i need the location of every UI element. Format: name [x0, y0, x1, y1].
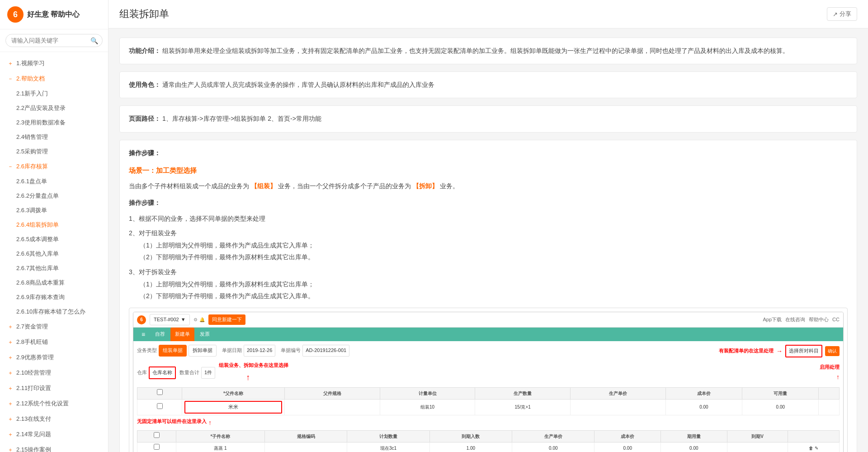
col-child-in-qty: 到期入数 [429, 431, 512, 442]
sidebar-item-cases[interactable]: ＋ 2.15操作案例 [0, 442, 108, 452]
sidebar-item-sales[interactable]: 2.4销售管理 [0, 130, 108, 144]
qty-input[interactable]: 1件 [201, 367, 215, 379]
sidebar-item-ops[interactable]: ＋ 2.10经营管理 [0, 365, 108, 381]
steps-label: 操作步骤： [129, 197, 848, 209]
col-child-v: 到期V [727, 431, 788, 442]
sidebar-item-purchase[interactable]: 2.5采购管理 [0, 144, 108, 159]
col-child-check [137, 431, 176, 442]
sidebar-item-inventory[interactable]: － 2.6库存核算 [0, 159, 108, 174]
plus-icon-8: ＋ [7, 431, 14, 438]
sidebar-item-coupon[interactable]: ＋ 2.9优惠券管理 [0, 350, 108, 365]
col-child-spec: 规格编码 [265, 431, 347, 442]
sidebar-item-261[interactable]: 2.6.1盘点单 [0, 174, 108, 189]
share-button[interactable]: ↗ 分享 [827, 7, 857, 21]
screen-logo: 6 [137, 315, 146, 324]
annotation5-area: 无固定清单可以组件在这里录入 ↑ [137, 417, 840, 428]
step3-sub2: （2）下部明细为子件明细，最终作为产成品生成其它入库单。 [129, 290, 848, 302]
sidebar-item-268[interactable]: 2.6.8商品成本重算 [0, 276, 108, 290]
annotated-input-1[interactable]: 选择所对科目 [785, 345, 822, 357]
sidebar-item-267[interactable]: 2.6.7其他出库单 [0, 261, 108, 276]
ops-title: 操作步骤： [129, 147, 848, 159]
annotation1-area: 有装配清单的在这里处理 → 选择所对科目 确认 [719, 345, 840, 357]
table-row: 蒸蒸 1 现在3c1 1.00 0.00 0.00 0.00 🗑 ✎ [137, 442, 840, 452]
date-input[interactable]: 2019-12-26 [244, 345, 275, 357]
plus-icon-9: ＋ [7, 447, 14, 452]
step3-sub1: （1）上部明细为父件明细，最终作为原材料生成其它出库单； [129, 278, 848, 290]
col-actions [819, 388, 840, 400]
screen-menu-icon: ≡ [137, 329, 150, 340]
plus-icon-4: ＋ [7, 370, 14, 376]
type-option-assemble[interactable]: 组装单据 [159, 345, 187, 357]
child-table: *子件名称 规格编码 计划数量 到期入数 生产单价 成本价 期用量 到期V [137, 430, 840, 452]
search-icon[interactable]: 🔍 [90, 37, 98, 44]
annotation3-text: 组装业务、拆卸业务在这里选择 [219, 361, 288, 370]
sidebar-item-269[interactable]: 2.6.9库存账本查询 [0, 290, 108, 305]
screen-tab-new[interactable]: 新建单 [170, 328, 194, 341]
child-select-all[interactable] [154, 432, 160, 438]
sidebar-item-print[interactable]: ＋ 2.11打印设置 [0, 381, 108, 396]
sidebar-item-262[interactable]: 2.6.2分量盘点单 [0, 189, 108, 203]
sidebar: 6 好生意 帮助中心 🔍 ＋ 1.视频学习 － 2.帮助文档 2.1新手入门 2… [0, 0, 108, 452]
col-parent-spec: 父件规格 [284, 388, 380, 400]
sidebar-item-mobile[interactable]: ＋ 2.8手机旺铺 [0, 334, 108, 350]
plus-icon-1: ＋ [7, 324, 14, 330]
child-row-checkbox-1[interactable] [154, 444, 160, 450]
sidebar-item-sys[interactable]: ＋ 2.12系统个性化设置 [0, 396, 108, 411]
path-block: 页面路径： 1、库存核算->库存管理->组装拆卸单 2、首页->常用功能 [119, 105, 857, 132]
plus-icon-2: ＋ [7, 339, 14, 345]
sidebar-item-265[interactable]: 2.6.5成本调整单 [0, 232, 108, 247]
screen-nav: ≡ 自荐 新建单 发票 [133, 328, 843, 341]
confirm-btn[interactable]: 确认 [825, 346, 840, 356]
sidebar-item-new[interactable]: 2.1新手入门 [0, 86, 108, 101]
sidebar-item-install[interactable]: 2.2产品安装及登录 [0, 101, 108, 115]
plus-icon-6: ＋ [7, 400, 14, 407]
step1-text: 1、根据不同的业务，选择不同单据的类型来处理 [129, 213, 848, 225]
annotation4-text: 启用处理 [820, 363, 840, 372]
page-title: 组装拆卸单 [119, 7, 169, 21]
role-block: 使用角色： 通常由生产人员或库管人员完成拆装业务的操作，库管人员确认原材料的出库… [119, 71, 857, 98]
sidebar-item-video[interactable]: ＋ 1.视频学习 [0, 56, 108, 71]
screen-tab-home[interactable]: 自荐 [151, 328, 170, 341]
doc-no-field: 单据编号 AD-20191226-001 [281, 345, 349, 357]
sidebar-item-data[interactable]: 2.3使用前数据准备 [0, 115, 108, 130]
sidebar-item-finance[interactable]: ＋ 2.7资金管理 [0, 319, 108, 334]
type-label: 业务类型 [137, 346, 157, 355]
plus-icon-7: ＋ [7, 416, 14, 422]
sidebar-item-online[interactable]: ＋ 2.13在线支付 [0, 411, 108, 427]
screen-test-id: TEST-#002 ▼ [150, 314, 190, 326]
col-unit: 计量单位 [380, 388, 475, 400]
col-child-plan-qty: 计划数量 [347, 431, 429, 442]
row-checkbox[interactable] [157, 403, 163, 409]
collapse-icon: － [7, 76, 14, 82]
col-cost: 成本价 [665, 388, 742, 400]
parent-name-input[interactable]: 米米 [184, 401, 282, 414]
search-input[interactable] [5, 34, 103, 47]
sidebar-item-263[interactable]: 2.6.3调拨单 [0, 203, 108, 218]
col-child-price: 生产单价 [512, 431, 594, 442]
share-icon: ↗ [833, 11, 838, 18]
expand-icon: ＋ [7, 60, 14, 67]
path-label: 页面路径： [129, 115, 160, 122]
sidebar-item-266[interactable]: 2.6.6其他入库单 [0, 247, 108, 261]
step2-text: 2、对于组装业务 [129, 227, 848, 239]
main-header: 组装拆卸单 ↗ 分享 [108, 0, 868, 29]
screenshot-container: 6 TEST-#002 ▼ ⚙ 🔔 同意新建一下 App下载 [129, 308, 848, 452]
arrow-icon-1: → [776, 346, 783, 357]
doc-no-input[interactable]: AD-20191226-001 [302, 345, 349, 357]
sidebar-item-docs[interactable]: － 2.帮助文档 [0, 71, 108, 86]
app-logo: 6 [7, 6, 24, 23]
warehouse-input[interactable]: 仓库名称 [149, 366, 176, 379]
screen-sim: 6 TEST-#002 ▼ ⚙ 🔔 同意新建一下 App下载 [133, 312, 844, 452]
screen-tab-invoice[interactable]: 发票 [195, 328, 214, 341]
scene-title: 场景一：加工类型选择 [129, 164, 848, 176]
sidebar-item-264[interactable]: 2.6.4组装拆卸单 [0, 218, 108, 232]
type-option-disassemble[interactable]: 拆卸单据 [189, 345, 217, 357]
step2-sub1: （1）上部明细为父件明细，最终作为产成品生成其它入库单； [129, 239, 848, 252]
form-top-row: 业务类型 组装单据 拆卸单据 单据日期 [137, 345, 840, 357]
sidebar-item-2610[interactable]: 2.6.10库存账本错了怎么办 [0, 305, 108, 319]
intro-block: 功能介绍： 组装拆卸单用来处理企业组装或拆卸等加工业务，支持有固定装配清单的产品… [119, 38, 857, 64]
col-parent-name: *父件名称 [182, 388, 285, 400]
select-all-checkbox[interactable] [157, 389, 163, 395]
step2-sub2: （2）下部明细为子件明细，最终作为原材料生成其它出库单。 [129, 251, 848, 263]
sidebar-item-faq[interactable]: ＋ 2.14常见问题 [0, 427, 108, 442]
